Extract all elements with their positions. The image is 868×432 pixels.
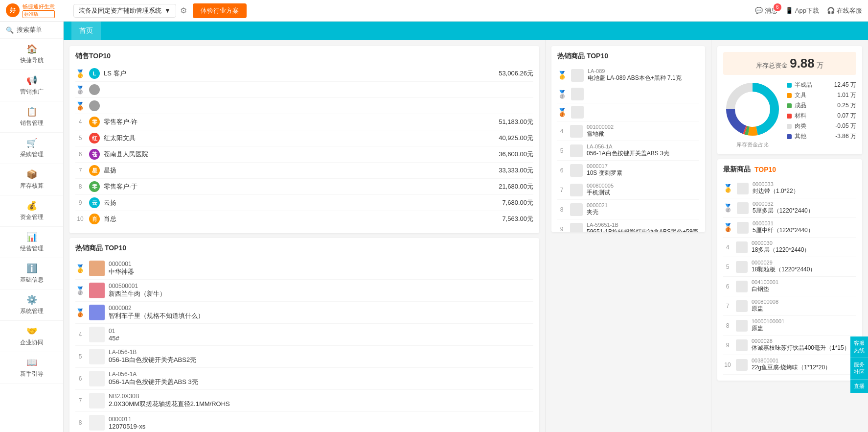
inventory-legend: 半成品 12.45 万 文具 1.01 万 [787, 80, 856, 142]
sidebar-item-cooperation[interactable]: 🤝 企业协同 [0, 321, 63, 352]
logo-area: 好 畅捷通好生意 标准版 [6, 3, 69, 18]
list-item: 5 LA-056-1B 056-1B白色按键开关壳ABS2壳 [75, 346, 533, 368]
top-right-actions: 💬 消息 6 📱 App下载 🎧 在线客服 [755, 6, 862, 15]
list-item: 6 004100001 白钢垫 [723, 277, 856, 296]
info-icon: ℹ️ [26, 263, 37, 274]
list-item: 半成品 12.45 万 [787, 80, 856, 90]
avatar: 零 [89, 117, 100, 127]
list-item: 肉类 -0.05 万 [787, 121, 856, 131]
system-selector[interactable]: 装备及固定资产辅助管理系统 ▼ [73, 4, 176, 18]
list-item: 8 10000100001 原盅 [723, 316, 856, 336]
product-image [89, 261, 105, 276]
list-item: 4 001000002 雪地靴 [557, 121, 699, 141]
hot-products-mid-list: 🥇 LA-089 电池盖 LA-089 ABS本色+黑种 7.1克 🥈 [557, 66, 699, 232]
book-icon: 📖 [26, 357, 37, 368]
sidebar-item-purchase[interactable]: 🛒 采购管理 [0, 133, 63, 164]
headset-icon: 🎧 [827, 7, 835, 14]
sidebar-item-basic[interactable]: ℹ️ 基础信息 [0, 258, 63, 289]
sidebar-item-quick-nav[interactable]: 🏠 快捷导航 [0, 39, 63, 70]
product-image [89, 327, 105, 342]
product-image [737, 202, 749, 214]
list-item: 🥉 [75, 98, 533, 114]
right-panel: 库存总资金 9.88 万 [711, 40, 868, 432]
settings-icon[interactable]: ⚙ [180, 6, 187, 15]
product-image [737, 183, 749, 194]
medal-icon: 🥇 [557, 71, 567, 80]
list-item: 8 0000021 夹壳 [557, 200, 699, 219]
sidebar-item-operations[interactable]: 📊 经营管理 [0, 227, 63, 258]
list-item: 🥈 000500001 新西兰牛肉（新牛） [75, 280, 533, 302]
donut-chart: 库存资金占比 [723, 80, 782, 148]
chart-icon: 📊 [26, 232, 37, 242]
app-download-button[interactable]: 📱 App下载 [785, 6, 819, 15]
list-item: 5 0000029 18颗粒板（1220*2440） [723, 257, 856, 277]
product-image [571, 69, 584, 82]
new-products-title: 最新商品 TOP10 [723, 165, 856, 174]
sidebar: 🔍 搜索菜单 🏠 快捷导航 📢 营销推广 📋 销售管理 🛒 采购管理 📦 库存核… [0, 22, 64, 432]
list-item: 🥉 [557, 103, 699, 121]
search-menu[interactable]: 🔍 搜索菜单 [0, 22, 63, 39]
medal-icon: 🥉 [723, 223, 733, 232]
product-image [736, 339, 748, 351]
nav-item-home[interactable]: 首页 [71, 22, 101, 40]
money-icon: 💰 [26, 200, 37, 211]
medal-icon: 🥉 [75, 308, 85, 317]
customer-ranking-list: 🥇 L LS 客户 53,006.26元 🥈 🥉 [75, 66, 533, 227]
handshake-icon: 🤝 [26, 326, 37, 336]
hot-products-list: 🥇 0000001 中华神器 🥈 000500001 [75, 258, 533, 432]
product-image [736, 241, 748, 253]
list-item: 🥉 0000031 5厘中纤（1220*2440） [723, 218, 856, 238]
trial-button[interactable]: 体验行业方案 [193, 3, 247, 18]
list-item: 成品 0.25 万 [787, 100, 856, 111]
list-item: 9 0000028 体诚嘉枝味苏打饮品400毫升（1*15） [723, 336, 856, 355]
gear-icon: ⚙️ [26, 294, 37, 305]
product-image [736, 300, 748, 312]
product-image [736, 261, 748, 273]
avatar: 星 [89, 165, 100, 176]
cs-live-button[interactable]: 直播 [850, 380, 868, 393]
message-button[interactable]: 💬 消息 6 [755, 6, 777, 15]
customer-ranking-card: 销售TOP10 🥇 L LS 客户 53,006.26元 🥈 [69, 46, 539, 233]
logo-icon: 好 [6, 3, 20, 17]
sidebar-item-sales[interactable]: 📋 销售管理 [0, 101, 63, 133]
main-layout: 🔍 搜索菜单 🏠 快捷导航 📢 营销推广 📋 销售管理 🛒 采购管理 📦 库存核… [0, 22, 868, 432]
list-item: 7 000800005 手机测试 [557, 180, 699, 200]
cs-hotline-button[interactable]: 客服热线 [850, 336, 868, 358]
list-item: 🥇 0000001 中华神器 [75, 258, 533, 280]
list-item: 其他 -3.86 万 [787, 131, 856, 142]
avatar [89, 84, 100, 95]
middle-panel: 热销商品 TOP10 🥇 LA-089 电池盖 LA-089 ABS本色+黑种 … [545, 40, 711, 432]
list-item: 🥇 0000033 封边带（1.0*22） [723, 179, 856, 198]
list-item: 🥇 L LS 客户 53,006.26元 [75, 66, 533, 82]
product-image [570, 223, 583, 233]
medal-bronze-icon: 🥉 [75, 101, 85, 111]
main-content: 销售TOP10 🥇 L LS 客户 53,006.26元 🥈 [64, 40, 868, 432]
product-image [89, 415, 105, 431]
inventory-card: 库存总资金 9.88 万 [717, 46, 862, 154]
sidebar-item-guide[interactable]: 📖 新手引导 [0, 352, 63, 384]
medal-icon: 🥈 [557, 90, 567, 99]
product-image [570, 144, 583, 157]
product-image [570, 184, 583, 196]
cs-community-button[interactable]: 服务社区 [850, 358, 868, 380]
sidebar-item-finance[interactable]: 💰 资金管理 [0, 195, 63, 227]
list-item: 4 0000030 18多层（1220*2440） [723, 238, 856, 257]
sidebar-item-inventory[interactable]: 📦 库存核算 [0, 164, 63, 195]
sidebar-item-marketing[interactable]: 📢 营销推广 [0, 70, 63, 101]
cart-icon: 🛒 [26, 138, 37, 148]
list-item: 8 0000011 12070519-xs [75, 412, 533, 432]
top-bar: 好 畅捷通好生意 标准版 装备及固定资产辅助管理系统 ▼ ⚙ 体验行业方案 💬 … [0, 0, 868, 22]
avatar: 红 [89, 133, 100, 144]
product-image [736, 320, 748, 332]
product-image [571, 106, 584, 119]
phone-icon: 📱 [785, 7, 793, 14]
product-image [736, 281, 748, 292]
list-item: 6 LA-056-1A 056-1A白色按键开关盖ABS 3壳 [75, 368, 533, 390]
list-item: 10 肖 肖总 7,563.00元 [75, 211, 533, 227]
list-item: 🥈 [75, 82, 533, 98]
list-item: 7 000800008 原盅 [723, 296, 856, 316]
online-service-button[interactable]: 🎧 在线客服 [827, 6, 862, 15]
sidebar-item-system[interactable]: ⚙️ 系统管理 [0, 289, 63, 321]
chevron-down-icon: ▼ [164, 7, 171, 14]
left-panel: 销售TOP10 🥇 L LS 客户 53,006.26元 🥈 [64, 40, 545, 432]
